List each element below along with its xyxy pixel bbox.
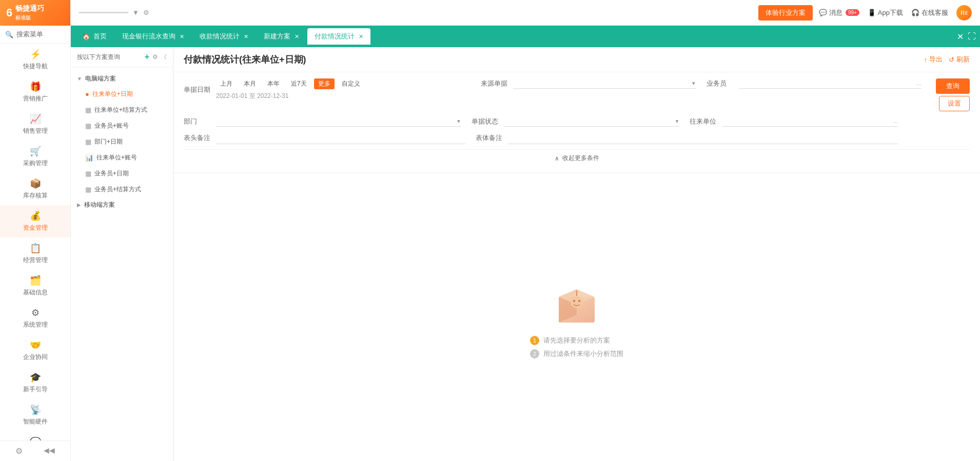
scheme-item-dept-date[interactable]: ▦ 部门+日期 [71, 134, 173, 150]
tab-cash-flow-label: 现金银行流水查询 [122, 32, 175, 41]
date-opt-more[interactable]: 更多 [314, 78, 335, 89]
filter-body-note-field: 表体备注 [476, 132, 898, 144]
scheme-item-salesperson-date[interactable]: ▦ 业务员+日期 [71, 166, 173, 182]
tab-payment-detail[interactable]: 付款情况统计 ✕ [307, 28, 370, 45]
scheme-item-salesperson-settlement[interactable]: ▦ 业务员+结算方式 [71, 182, 173, 197]
scheme-group-mobile-title[interactable]: ▶ 移动端方案 [71, 197, 173, 212]
doc-status-label: 单据状态 [472, 117, 500, 126]
refresh-icon: ↺ [949, 56, 954, 64]
tab-new-scheme-label: 新建方案 [264, 32, 290, 41]
svg-point-5 [578, 300, 580, 302]
page-title: 付款情况统计(往来单位+日期) [184, 53, 306, 66]
footer-collapse-icon[interactable]: ◀◀ [44, 446, 55, 456]
operations-icon: 📋 [30, 243, 41, 254]
sidebar-item-finance[interactable]: 💰 资金管理 [0, 205, 70, 237]
dropdown-icon[interactable]: ▼ [132, 9, 139, 16]
system-icon: ⚙ [31, 307, 40, 318]
settings-icon[interactable]: ⚙ [143, 9, 149, 16]
filter-settings-button[interactable]: 设置 [939, 96, 970, 111]
scheme-item-unit-settlement[interactable]: ▦ 往来单位+结算方式 [71, 102, 173, 118]
refresh-label: 刷新 [956, 55, 970, 64]
tab-home[interactable]: 🏠 首页 [75, 28, 114, 45]
tab-payment-stats[interactable]: 收款情况统计 ✕ [192, 28, 256, 45]
query-button[interactable]: 查询 [936, 78, 970, 94]
date-opt-last-7-days[interactable]: 近7天 [287, 78, 311, 89]
scheme-item-label: 业务员+日期 [94, 169, 129, 178]
filter-partner-field: 往来单位 … [690, 116, 898, 127]
message-action[interactable]: 💬 消息 99+ [819, 8, 859, 17]
svg-point-4 [573, 300, 575, 302]
scheme-panel: 按以下方案查询 + ⚙ 《 ▼ 电脑端方案 ● 往来单位+日期 [71, 47, 173, 461]
sidebar-item-label: 销售管理 [23, 127, 48, 135]
scheme-item-label: 业务员+账号 [94, 122, 129, 130]
date-opt-custom[interactable]: 自定义 [338, 78, 364, 89]
empty-tip-2: 2 用过滤条件来缩小分析范围 [530, 349, 623, 358]
doc-status-select[interactable]: ▼ [504, 116, 680, 127]
tab-cash-flow-close[interactable]: ✕ [180, 33, 184, 40]
svg-point-3 [571, 296, 583, 308]
scheme-item-unit-account[interactable]: 📊 往来单位+账号 [71, 150, 173, 166]
message-badge: 99+ [846, 9, 859, 16]
scheme-collapse-icon[interactable]: 《 [161, 53, 167, 61]
sidebar-search[interactable]: 🔍 搜索菜单 [0, 26, 70, 44]
filter-row-3: 表头备注 表体备注 [184, 132, 970, 144]
body-note-input[interactable] [508, 132, 898, 144]
tab-new-scheme[interactable]: 新建方案 ✕ [257, 28, 306, 45]
dept-select[interactable]: ▼ [216, 116, 461, 127]
page-header: 付款情况统计(往来单位+日期) ↑ 导出 ↺ 刷新 [173, 47, 980, 72]
date-label: 单据日期 [184, 85, 212, 94]
account-info: ━━━━━━━━━━━━ ▼ ⚙ [79, 9, 752, 16]
tab-expand-icon[interactable]: ⛶ [968, 32, 976, 41]
date-opt-last-month[interactable]: 上月 [216, 78, 237, 89]
scheme-settings-icon[interactable]: ⚙ [152, 53, 158, 61]
scheme-group-desktop-title[interactable]: ▼ 电脑端方案 [71, 71, 173, 86]
sales-icon: 📈 [30, 113, 41, 125]
sidebar-item-smart-hw[interactable]: 📡 智能硬件 [0, 399, 70, 431]
scheme-item-icon: ▦ [85, 122, 91, 130]
export-button[interactable]: ↑ 导出 [924, 55, 943, 64]
collapse-conditions-button[interactable]: ∧ 收起更多条件 [184, 149, 970, 167]
scheme-item-unit-date[interactable]: ● 往来单位+日期 [71, 86, 173, 102]
sidebar-item-base-info[interactable]: 🗂️ 基础信息 [0, 270, 70, 302]
sidebar-item-guide[interactable]: 🎓 新手引导 [0, 367, 70, 399]
sidebar-item-wechat[interactable]: 💬 企业微信 [0, 431, 70, 440]
sidebar-item-system[interactable]: ⚙ 系统管理 [0, 302, 70, 334]
source-doc-select[interactable]: ▼ [513, 78, 696, 89]
tab-payment-detail-close[interactable]: ✕ [359, 33, 363, 40]
sidebar-item-inventory[interactable]: 📦 库存核算 [0, 173, 70, 205]
sidebar-item-enterprise[interactable]: 🤝 企业协同 [0, 334, 70, 367]
sidebar: 6 畅捷通巧 标准版 🔍 搜索菜单 ⚡ 快捷导航 🎁 营销推广 📈 销售管理 🛒… [0, 0, 71, 461]
header-note-input[interactable] [216, 132, 465, 144]
sidebar-item-label: 系统管理 [23, 320, 48, 329]
sidebar-item-purchase[interactable]: 🛒 采购管理 [0, 141, 70, 173]
quick-nav-icon: ⚡ [30, 49, 41, 60]
tab-payment-stats-close[interactable]: ✕ [244, 33, 248, 40]
page-header-actions: ↑ 导出 ↺ 刷新 [924, 55, 970, 64]
online-service-action[interactable]: 🎧 在线客服 [911, 8, 948, 17]
topbar: ━━━━━━━━━━━━ ▼ ⚙ 体验行业方案 💬 消息 99+ 📱 App下载… [71, 0, 980, 26]
doc-status-arrow: ▼ [674, 118, 679, 124]
refresh-button[interactable]: ↺ 刷新 [949, 55, 970, 64]
scheme-add-icon[interactable]: + [145, 52, 149, 62]
tab-cash-flow[interactable]: 现金银行流水查询 ✕ [115, 28, 191, 45]
trial-button[interactable]: 体验行业方案 [758, 5, 813, 21]
app-download-action[interactable]: 📱 App下载 [868, 8, 903, 17]
footer-settings-icon[interactable]: ⚙ [15, 446, 23, 456]
salesperson-select[interactable]: … [739, 78, 922, 89]
group-arrow-icon: ▼ [77, 76, 82, 82]
scheme-item-salesperson-account[interactable]: ▦ 业务员+账号 [71, 118, 173, 134]
sidebar-item-marketing[interactable]: 🎁 营销推广 [0, 76, 70, 108]
date-range-text: 2022-01-01 至 2022-12-31 [216, 92, 471, 101]
tab-close-all-icon[interactable]: ✕ [957, 32, 964, 42]
tab-new-scheme-close[interactable]: ✕ [295, 33, 299, 40]
date-opt-this-year[interactable]: 本年 [263, 78, 284, 89]
sidebar-item-sales[interactable]: 📈 销售管理 [0, 108, 70, 141]
tab-home-label: 首页 [93, 32, 107, 41]
filter-date-field: 单据日期 上月 本月 本年 近7天 更多 自定义 2022-01-01 至 20… [184, 78, 471, 101]
date-options: 上月 本月 本年 近7天 更多 自定义 [216, 78, 471, 89]
sidebar-item-quick-nav[interactable]: ⚡ 快捷导航 [0, 44, 70, 76]
sidebar-item-operations[interactable]: 📋 经营管理 [0, 237, 70, 270]
user-avatar[interactable]: Rit [956, 5, 972, 21]
partner-select[interactable]: … [722, 116, 898, 127]
date-opt-this-month[interactable]: 本月 [240, 78, 260, 89]
